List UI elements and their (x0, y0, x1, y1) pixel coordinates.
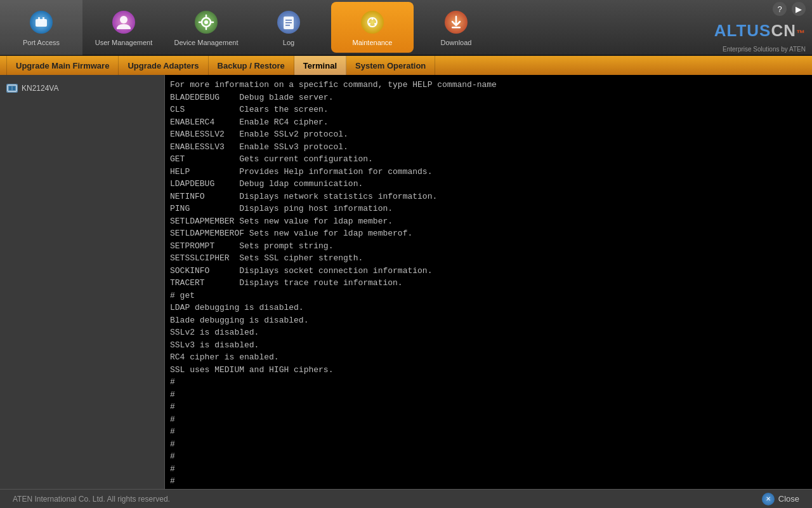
subnav-item-backup-restore[interactable]: Backup / Restore (209, 56, 294, 75)
svg-point-14 (361, 11, 384, 34)
port-access-icon (27, 8, 55, 36)
nav-label-maintenance: Maintenance (353, 39, 393, 46)
nav-label-log: Log (283, 39, 294, 46)
svg-rect-1 (36, 19, 47, 27)
svg-rect-23 (13, 86, 15, 90)
svg-rect-2 (38, 17, 40, 20)
nav-item-download[interactable]: Download (415, 0, 497, 55)
nav-label-port-access: Port Access (23, 39, 60, 46)
terminal-area[interactable]: For more information on a specific comma… (165, 75, 812, 489)
svg-point-18 (369, 23, 370, 25)
svg-rect-12 (285, 22, 292, 23)
main-content: KN2124VA For more information on a speci… (0, 75, 812, 489)
log-icon (275, 8, 303, 36)
svg-point-16 (372, 18, 374, 20)
svg-point-5 (120, 16, 128, 23)
svg-rect-3 (43, 17, 44, 20)
device-management-icon (192, 8, 220, 36)
nav-label-download: Download (441, 39, 472, 46)
terminal-content: For more information on a specific comma… (170, 79, 807, 489)
close-icon: ✕ (762, 493, 775, 505)
nav-item-user-management[interactable]: User Management (82, 0, 165, 55)
nav-label-user-management: User Management (95, 39, 153, 46)
subnav-item-upgrade-adapters[interactable]: Upgrade Adapters (119, 56, 208, 75)
svg-point-8 (204, 20, 208, 24)
svg-rect-13 (285, 25, 290, 26)
device-icon (6, 84, 18, 93)
sidebar: KN2124VA (0, 75, 165, 489)
sub-navigation: Upgrade Main FirmwareUpgrade AdaptersBac… (0, 56, 812, 75)
nav-item-maintenance[interactable]: Maintenance (331, 2, 414, 53)
power-icon[interactable]: ▶ (792, 2, 806, 16)
svg-point-17 (374, 23, 376, 25)
svg-rect-20 (452, 27, 461, 29)
nav-item-port-access[interactable]: Port Access (0, 0, 82, 55)
user-management-icon (110, 8, 138, 36)
help-icon[interactable]: ? (773, 2, 787, 16)
top-navigation: Port Access User Management Device Manag… (0, 0, 812, 56)
subnav-item-upgrade-main-firmware[interactable]: Upgrade Main Firmware (6, 56, 119, 75)
brand-logo: ALTUSCN™ (714, 21, 806, 41)
maintenance-icon (358, 8, 386, 36)
subnav-item-system-operation[interactable]: System Operation (346, 56, 435, 75)
svg-rect-11 (285, 20, 292, 21)
brand-icons: ? ▶ (773, 2, 806, 16)
nav-item-device-management[interactable]: Device Management (165, 0, 247, 55)
nav-item-log[interactable]: Log (247, 0, 330, 55)
close-label: Close (778, 494, 799, 504)
subnav-item-terminal[interactable]: Terminal (294, 56, 346, 75)
footer-copyright: ATEN International Co. Ltd. All rights r… (13, 495, 170, 504)
sidebar-item-kn2124va[interactable]: KN2124VA (0, 80, 164, 97)
brand-sub: Enterprise Solutions by ATEN (723, 46, 806, 53)
nav-label-device-management: Device Management (174, 39, 239, 46)
sidebar-item-label: KN2124VA (22, 84, 58, 93)
footer: ATEN International Co. Ltd. All rights r… (0, 489, 812, 508)
close-button[interactable]: ✕ Close (762, 493, 799, 505)
sidebar-items-container: KN2124VA (0, 80, 164, 97)
download-icon (442, 8, 470, 36)
svg-rect-22 (9, 86, 11, 90)
brand-area: ? ▶ ALTUSCN™ Enterprise Solutions by ATE… (714, 2, 812, 53)
